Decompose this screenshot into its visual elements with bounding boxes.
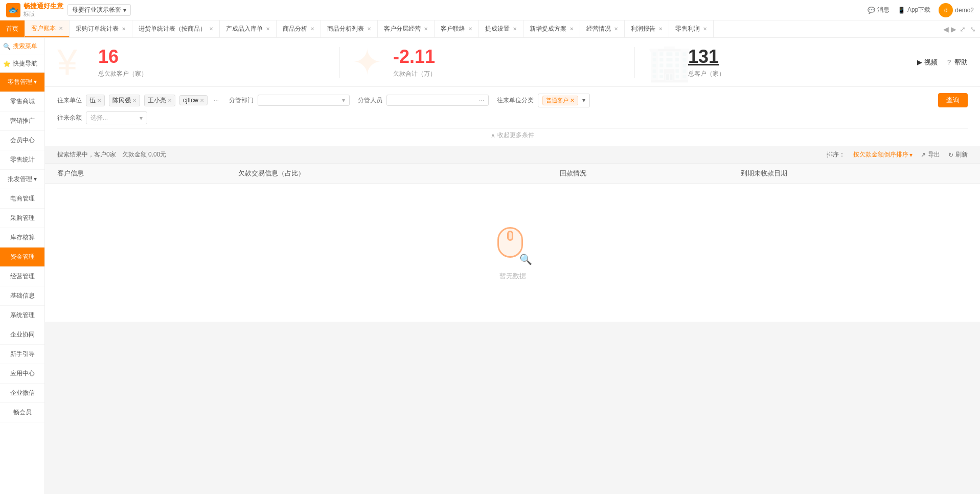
tab-profit-report[interactable]: 利润报告 ✕	[625, 20, 669, 37]
chevron-down-icon: ▾	[909, 151, 913, 159]
sidebar-item-system[interactable]: 系统管理	[0, 306, 44, 325]
sidebar-item-finance[interactable]: 资金管理	[0, 248, 44, 267]
sidebar-item-enterprise-wechat[interactable]: 企业微信	[0, 384, 44, 403]
chevron-up-icon: ∧	[491, 132, 495, 139]
stat-bg-icon-1: ¥	[57, 42, 77, 83]
sidebar-item-ecommerce[interactable]: 电商管理	[0, 189, 44, 209]
close-icon[interactable]: ✕	[424, 26, 428, 32]
query-button[interactable]: 查询	[938, 93, 968, 107]
close-icon[interactable]: ✕	[468, 26, 472, 32]
sidebar-item-retail-mall[interactable]: 零售商城	[0, 92, 44, 111]
sidebar-item-retail-stats[interactable]: 零售统计	[0, 150, 44, 170]
nav-tabs: 首页 客户账本 ✕ 采购订单统计表 ✕ 进货单统计表（按商品） ✕ 产成品入库单…	[0, 20, 980, 38]
tab-customer-account[interactable]: 客户账本 ✕	[25, 20, 70, 37]
collapse-filters-btn[interactable]: ∧ 收起更多条件	[57, 128, 968, 142]
unit-tag-wang: 王小亮 ✕	[144, 95, 175, 106]
chevron-down-icon: ▾	[123, 7, 126, 14]
logo-area: 🐟 畅捷通好生意 标版	[6, 2, 63, 18]
remove-unit-chen[interactable]: ✕	[132, 98, 136, 103]
phone-icon: 📱	[898, 7, 905, 14]
tab-retail-profit[interactable]: 零售利润 ✕	[669, 20, 714, 37]
sidebar-item-basic-info[interactable]: 基础信息	[0, 286, 44, 306]
tenant-dropdown[interactable]: 母婴行业演示帐套 ▾	[67, 4, 131, 16]
tab-purchase-stat[interactable]: 进货单统计表（按商品） ✕	[132, 20, 220, 37]
remove-unit-wang[interactable]: ✕	[168, 98, 172, 103]
sidebar-item-wholesale[interactable]: 批发管理 ▾	[0, 170, 44, 189]
tab-purchase-order[interactable]: 采购订单统计表 ✕	[70, 20, 132, 37]
chevron-down-icon: ▾	[342, 97, 345, 104]
close-icon[interactable]: ✕	[703, 26, 707, 32]
tab-business-status[interactable]: 经营情况 ✕	[580, 20, 625, 37]
tab-minimize-icon[interactable]: ⤡	[968, 25, 978, 33]
remove-classify-tag[interactable]: ✕	[570, 97, 575, 104]
close-icon[interactable]: ✕	[122, 26, 126, 32]
sidebar-quick-nav[interactable]: ⭐ 快捷导航	[0, 55, 44, 73]
more-unit-tags-btn[interactable]: ···	[212, 96, 221, 105]
remove-unit-cjttcw[interactable]: ✕	[200, 98, 204, 103]
remove-unit-wu[interactable]: ✕	[97, 98, 101, 103]
empty-icon-search: 🔍	[519, 253, 532, 265]
close-icon[interactable]: ✕	[209, 26, 213, 32]
refresh-button[interactable]: ↻ 刷新	[948, 150, 968, 159]
tab-home[interactable]: 首页	[0, 20, 25, 37]
sidebar-item-member-plus[interactable]: 畅会员	[0, 403, 44, 422]
tab-commission-settings[interactable]: 提成设置 ✕	[479, 20, 523, 37]
close-icon[interactable]: ✕	[367, 26, 371, 32]
tab-next-arrow[interactable]: ▶	[950, 25, 958, 33]
tab-product-inbound[interactable]: 产成品入库单 ✕	[220, 20, 277, 37]
sidebar-item-marketing[interactable]: 营销推广	[0, 111, 44, 131]
stat-total-debt: ✦ -2.11 欠款合计（万）	[352, 46, 622, 78]
filter-bar: 往来单位 伍 ✕ 陈民强 ✕ 王小亮 ✕ cjttcw ✕ ·	[45, 87, 980, 146]
balance-dropdown[interactable]: 选择... ▾	[86, 111, 147, 124]
messages-button[interactable]: 💬 消息	[868, 6, 890, 14]
tab-new-commission[interactable]: 新增提成方案 ✕	[523, 20, 580, 37]
close-icon[interactable]: ✕	[658, 26, 663, 32]
classify-dropdown[interactable]: 普通客户 ✕ ▾	[538, 94, 590, 107]
stat-all-customers: 🏢 131 总客户（家）	[647, 46, 917, 78]
close-icon[interactable]: ✕	[569, 26, 574, 32]
video-help-button[interactable]: ▶ 视频	[917, 58, 938, 67]
close-icon[interactable]: ✕	[59, 26, 63, 31]
empty-illustration: 🔍	[492, 224, 533, 265]
close-icon[interactable]: ✕	[513, 26, 517, 32]
video-icon: ▶	[917, 58, 922, 66]
sidebar: 🔍 搜索菜单 ⭐ 快捷导航 零售管理 ▾ 零售商城 营销推广 会员中心 零售统计…	[0, 38, 45, 494]
search-icon: 🔍	[3, 43, 11, 50]
sidebar-item-operations[interactable]: 经营管理	[0, 267, 44, 286]
sidebar-item-new-guide[interactable]: 新手引导	[0, 345, 44, 364]
sidebar-item-purchase[interactable]: 采购管理	[0, 209, 44, 228]
stat-content-1: 16 总欠款客户（家）	[98, 46, 147, 78]
unit-tag-wu: 伍 ✕	[86, 95, 105, 106]
user-menu[interactable]: d demo2	[939, 3, 974, 17]
sidebar-item-enterprise-collab[interactable]: 企业协同	[0, 325, 44, 345]
close-icon[interactable]: ✕	[614, 26, 618, 32]
close-icon[interactable]: ✕	[266, 26, 270, 32]
tab-customer-contact[interactable]: 客户联络 ✕	[435, 20, 479, 37]
chevron-down-icon: ▾	[582, 97, 585, 104]
sidebar-item-member-center[interactable]: 会员中心	[0, 131, 44, 150]
stat-divider-2	[634, 47, 635, 78]
person-input[interactable]: ···	[386, 95, 489, 106]
close-icon[interactable]: ✕	[310, 26, 314, 32]
tab-prev-arrow[interactable]: ◀	[942, 25, 950, 33]
person-filter-label: 分管人员	[358, 96, 382, 105]
sidebar-item-app-center[interactable]: 应用中心	[0, 364, 44, 384]
classify-tag-normal: 普通客户 ✕	[542, 96, 578, 105]
sort-dropdown[interactable]: 按欠款金额倒序排序 ▾	[853, 150, 913, 159]
export-button[interactable]: ↗ 导出	[921, 150, 940, 159]
tab-goods-analysis-list[interactable]: 商品分析列表 ✕	[321, 20, 378, 37]
main-layout: 🔍 搜索菜单 ⭐ 快捷导航 零售管理 ▾ 零售商城 营销推广 会员中心 零售统计…	[0, 38, 980, 494]
tab-expand-icon[interactable]: ⤢	[958, 25, 968, 33]
sidebar-search[interactable]: 🔍 搜索菜单	[0, 38, 44, 55]
stat-bg-icon-3: 🏢	[647, 41, 692, 83]
dept-dropdown[interactable]: ▾	[258, 95, 350, 106]
tab-navigation-arrows: ◀ ▶ ⤢ ⤡	[940, 20, 980, 37]
logo-text: 畅捷通好生意	[24, 2, 63, 10]
sidebar-item-retail-management[interactable]: 零售管理 ▾	[0, 73, 44, 92]
help-button[interactable]: ？ 帮助	[946, 58, 968, 67]
tab-goods-analysis[interactable]: 商品分析 ✕	[277, 20, 321, 37]
sidebar-item-inventory[interactable]: 库存核算	[0, 228, 44, 248]
tab-customer-segment[interactable]: 客户分层经营 ✕	[378, 20, 435, 37]
app-download-button[interactable]: 📱 App下载	[898, 6, 930, 14]
help-icon: ？	[946, 58, 952, 67]
